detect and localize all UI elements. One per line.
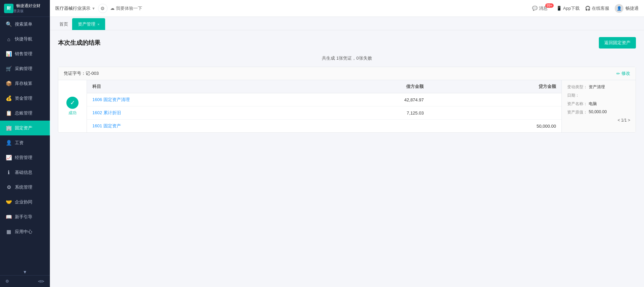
collapse-icon[interactable]: ⊲⊳ [38,279,44,284]
row3-subject[interactable]: 1601 固定资产 [87,120,297,133]
voucher-edit-button[interactable]: ✏ 修改 [616,70,630,76]
original-value-label: 资产原值： [567,109,587,115]
change-type-value: 资产清理 [589,84,605,90]
date-label: 日期： [567,93,579,98]
success-label: 成功 [68,110,76,116]
sidebar-item-purchase[interactable]: 🛒 采购管理 [0,61,50,76]
sidebar-label-quick-nav: 快捷导航 [15,36,32,42]
company-name: 医疗器械行业演示 [55,5,90,11]
message-icon: 💬 [532,6,538,11]
sidebar-item-inventory[interactable]: 📦 库存核算 [0,76,50,91]
table-row: 1606 固定资产清理 42,874.97 [87,93,561,106]
sidebar-label-purchase: 采购管理 [15,66,32,72]
sidebar-item-quick-nav[interactable]: ⌂ 快捷导航 [0,32,50,46]
purchase-icon: 🛒 [5,65,12,72]
table-row: 1601 固定资产 50,000.00 [87,120,561,133]
col-subject: 科目 [87,80,297,93]
voucher-table: 科目 借方金额 贷方金额 1606 固定资产清理 42,874.97 [87,80,561,132]
sidebar-item-enterprise[interactable]: 🤝 企业协同 [0,195,50,210]
sidebar-item-system[interactable]: ⚙ 系统管理 [0,180,50,195]
salary-icon: 👤 [5,139,12,146]
sidebar-item-guide[interactable]: 📖 新手引导 [0,210,50,224]
voucher-card: 凭证字号：记-003 ✏ 修改 ✓ 成功 科目 借方金额 [58,67,636,133]
row3-credit: 50,000.00 [429,120,561,133]
sidebar-label-enterprise: 企业协同 [15,199,32,205]
asset-name-label: 资产名称： [567,101,587,107]
col-debit: 借方金额 [297,80,429,93]
sidebar-label-system: 系统管理 [15,184,32,190]
settings-bottom-icon[interactable]: ⚙ [5,279,9,284]
app-center-icon: ▦ [5,228,12,235]
asset-name-value: 电脑 [589,101,597,107]
sidebar-scroll-down[interactable]: ▼ [0,268,50,275]
settings-button[interactable]: ⚙ [98,4,108,13]
success-icon: ✓ [66,97,79,109]
table-row: 1602 累计折旧 7,125.03 [87,106,561,120]
row2-subject[interactable]: 1602 累计折旧 [87,106,297,120]
message-action[interactable]: 💬 消息 99+ [532,5,551,11]
page-title: 本次生成的结果 [58,39,100,47]
headset-icon: 🎧 [585,6,590,11]
tab-close-icon[interactable]: × [97,22,99,26]
sidebar-item-operations[interactable]: 📈 经营管理 [0,150,50,165]
base-info-icon: ℹ [5,169,12,176]
customer-service-action[interactable]: 🎧 在线客服 [585,5,609,11]
sidebar-label-fixed-assets: 固定资产 [15,125,32,131]
phone-icon: 📱 [556,6,562,11]
sidebar-item-sales[interactable]: 📊 销售管理 [0,46,50,61]
logo-title: 畅捷通好业财 [16,3,40,9]
sidebar-label-inventory: 库存核算 [15,81,32,87]
col-credit: 贷方金额 [429,80,561,93]
sidebar-item-search[interactable]: 🔍 搜索菜单 [0,17,50,32]
voucher-header: 凭证字号：记-003 ✏ 修改 [58,67,636,80]
user-menu[interactable]: 👤 畅捷通 [615,4,639,13]
summary-text: 共生成 1张凭证，0张失败 [58,55,636,61]
sidebar-label-ledger: 总账管理 [15,110,32,116]
side-pagination[interactable]: < 1/1 > [567,118,630,123]
sidebar-item-base-info[interactable]: ℹ 基础信息 [0,165,50,180]
page-content: 本次生成的结果 返回固定资产 共生成 1张凭证，0张失败 凭证字号：记-003 … [50,30,644,287]
gear-icon: ⚙ [100,6,105,11]
sidebar-logo: 财 畅捷通好业财 普及版 [0,0,50,17]
sidebar-item-app-center[interactable]: ▦ 应用中心 [0,224,50,239]
logo-subtitle: 普及版 [13,9,40,13]
voucher-body: ✓ 成功 科目 借方金额 贷方金额 [58,80,636,132]
tabs-bar: 首页 资产管理 × [50,17,644,30]
cloud-icon: ☁ [110,6,115,11]
app-download-action[interactable]: 📱 App下载 [556,5,580,11]
page-header: 本次生成的结果 返回固定资产 [58,37,636,49]
guide-icon: 📖 [5,214,12,220]
voucher-number: 凭证字号：记-003 [64,70,99,76]
main-content: 医疗器械行业演示 ▼ ⚙ ☁ 我要体验一下 💬 消息 99+ 📱 App下载 [50,0,644,287]
home-icon: ⌂ [5,36,12,42]
edit-icon: ✏ [616,71,620,76]
voucher-table-wrap: 科目 借方金额 贷方金额 1606 固定资产清理 42,874.97 [87,80,561,132]
row1-subject[interactable]: 1606 固定资产清理 [87,93,297,106]
company-selector[interactable]: 医疗器械行业演示 ▼ [55,5,95,11]
row3-debit [297,120,429,133]
sidebar-item-salary[interactable]: 👤 工资 [0,135,50,150]
sidebar-label-search: 搜索菜单 [15,21,32,27]
sidebar-item-fixed-assets[interactable]: 🏢 固定资产 [0,121,50,135]
experience-button[interactable]: ☁ 我要体验一下 [110,5,142,11]
back-to-fixed-assets-button[interactable]: 返回固定资产 [599,37,636,49]
sidebar-item-funds[interactable]: 💰 资金管理 [0,91,50,106]
row1-debit: 42,874.97 [297,93,429,106]
asset-name-row: 资产名称： 电脑 [567,101,630,107]
sidebar-nav: 🔍 搜索菜单 ⌂ 快捷导航 📊 销售管理 🛒 采购管理 📦 库存核算 💰 资金管… [0,17,50,268]
system-icon: ⚙ [5,184,12,191]
date-row: 日期： [567,93,630,98]
row2-credit [429,106,561,120]
sidebar-label-app-center: 应用中心 [15,229,32,235]
funds-icon: 💰 [5,95,12,102]
sidebar-label-salary: 工资 [15,140,24,146]
topbar-left: 医疗器械行业演示 ▼ ⚙ ☁ 我要体验一下 [55,4,142,13]
tab-asset-management[interactable]: 资产管理 × [72,18,105,30]
tab-home[interactable]: 首页 [55,19,72,30]
sidebar-bottom: ⚙ ⊲⊳ [0,275,50,287]
tab-label-asset-management: 资产管理 [78,21,95,27]
row1-credit [429,93,561,106]
sidebar-item-ledger[interactable]: 📋 总账管理 [0,106,50,121]
ledger-icon: 📋 [5,110,12,117]
enterprise-icon: 🤝 [5,199,12,205]
